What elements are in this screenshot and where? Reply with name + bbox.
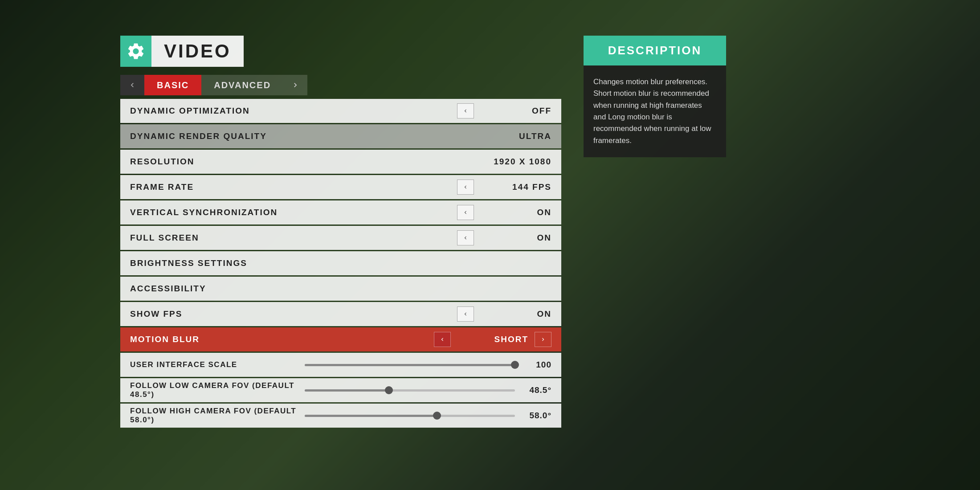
arrow-left-icon xyxy=(462,235,469,241)
arrow-left-icon xyxy=(439,336,445,343)
arrow-left-motion-blur[interactable] xyxy=(434,332,451,347)
setting-row-brightness: BRIGHTNESS SETTINGS xyxy=(120,251,561,275)
label-resolution: RESOLUTION xyxy=(130,157,480,167)
label-vertical-sync: VERTICAL SYNCHRONIZATION xyxy=(130,208,457,217)
chevron-left-icon xyxy=(128,81,137,90)
value-show-fps: ON xyxy=(480,309,551,319)
setting-row-show-fps: SHOW FPS ON xyxy=(120,302,561,326)
slider-track-follow-high-fov[interactable] xyxy=(305,415,515,417)
label-follow-low-fov: FOLLOW LOW CAMERA FOV (DEFAULT 48.5°) xyxy=(130,381,299,399)
value-dynamic-optimization: OFF xyxy=(480,106,551,116)
label-motion-blur: MOTION BLUR xyxy=(130,335,434,344)
setting-row-follow-high-fov: FOLLOW HIGH CAMERA FOV (DEFAULT 58.0°) 5… xyxy=(120,404,561,428)
setting-row-motion-blur: MOTION BLUR SHORT xyxy=(120,327,561,351)
value-ui-scale: 100 xyxy=(520,360,551,370)
label-frame-rate: FRAME RATE xyxy=(130,182,457,192)
value-follow-low-fov: 48.5° xyxy=(520,385,551,395)
setting-row-follow-low-fov: FOLLOW LOW CAMERA FOV (DEFAULT 48.5°) 48… xyxy=(120,378,561,402)
slider-track-ui-scale[interactable] xyxy=(305,364,515,366)
value-frame-rate: 144 FPS xyxy=(480,182,551,192)
label-brightness: BRIGHTNESS SETTINGS xyxy=(130,258,551,268)
setting-row-frame-rate: FRAME RATE 144 FPS xyxy=(120,175,561,199)
arrow-left-icon xyxy=(462,184,469,190)
setting-row-resolution: RESOLUTION 1920 X 1080 xyxy=(120,150,561,174)
label-full-screen: FULL SCREEN xyxy=(130,233,457,243)
setting-row-dynamic-render-quality: DYNAMIC RENDER QUALITY ULTRA xyxy=(120,124,561,148)
arrow-left-full-screen[interactable] xyxy=(457,230,474,245)
title-box: VIDEO xyxy=(151,36,244,67)
setting-row-ui-scale: USER INTERFACE SCALE 100 xyxy=(120,353,561,377)
arrow-left-dynamic-optimization[interactable] xyxy=(457,103,474,118)
arrow-left-vertical-sync[interactable] xyxy=(457,205,474,220)
setting-row-full-screen: FULL SCREEN ON xyxy=(120,226,561,250)
arrow-right-icon xyxy=(540,336,546,343)
setting-row-vertical-sync: VERTICAL SYNCHRONIZATION ON xyxy=(120,200,561,225)
slider-track-follow-low-fov[interactable] xyxy=(305,389,515,392)
value-motion-blur: SHORT xyxy=(457,335,528,344)
arrow-left-frame-rate[interactable] xyxy=(457,180,474,195)
header: VIDEO xyxy=(120,36,561,67)
tab-prev-button[interactable] xyxy=(120,75,144,95)
arrow-left-icon xyxy=(462,108,469,114)
slider-fill-ui-scale xyxy=(305,364,515,366)
value-vertical-sync: ON xyxy=(480,208,551,217)
settings-container: VIDEO BASIC ADVANCED DYNAMIC OPTIMIZATIO… xyxy=(120,36,561,428)
label-dynamic-render-quality: DYNAMIC RENDER QUALITY xyxy=(130,131,480,141)
page-title: VIDEO xyxy=(164,41,231,62)
description-panel: DESCRIPTION Changes motion blur preferen… xyxy=(584,36,726,157)
value-full-screen: ON xyxy=(480,233,551,243)
slider-fill-follow-high-fov xyxy=(305,415,437,417)
arrow-left-show-fps[interactable] xyxy=(457,306,474,322)
gear-icon-box xyxy=(120,36,151,67)
arrow-left-icon xyxy=(462,311,469,317)
settings-list: DYNAMIC OPTIMIZATION OFF DYNAMIC RENDER … xyxy=(120,99,561,428)
label-dynamic-optimization: DYNAMIC OPTIMIZATION xyxy=(130,106,457,116)
tab-basic[interactable]: BASIC xyxy=(144,75,201,95)
description-title: DESCRIPTION xyxy=(608,44,702,57)
chevron-right-icon xyxy=(291,81,300,90)
gear-icon xyxy=(126,41,146,61)
tab-advanced[interactable]: ADVANCED xyxy=(201,75,283,95)
slider-thumb-follow-low-fov[interactable] xyxy=(385,386,393,394)
arrow-right-motion-blur[interactable] xyxy=(535,332,551,347)
label-follow-high-fov: FOLLOW HIGH CAMERA FOV (DEFAULT 58.0°) xyxy=(130,407,299,425)
label-accessibility: ACCESSIBILITY xyxy=(130,284,551,294)
value-resolution: 1920 X 1080 xyxy=(480,157,551,167)
label-ui-scale: USER INTERFACE SCALE xyxy=(130,360,299,369)
arrow-left-icon xyxy=(462,209,469,216)
label-show-fps: SHOW FPS xyxy=(130,309,457,319)
setting-row-dynamic-optimization: DYNAMIC OPTIMIZATION OFF xyxy=(120,99,561,123)
tab-next-button[interactable] xyxy=(283,75,307,95)
description-header: DESCRIPTION xyxy=(584,36,726,65)
description-body: Changes motion blur preferences. Short m… xyxy=(584,65,726,157)
slider-thumb-ui-scale[interactable] xyxy=(511,361,519,369)
description-text: Changes motion blur preferences. Short m… xyxy=(593,76,716,147)
slider-fill-follow-low-fov xyxy=(305,389,389,392)
value-follow-high-fov: 58.0° xyxy=(520,411,551,421)
value-dynamic-render-quality: ULTRA xyxy=(480,131,551,141)
slider-thumb-follow-high-fov[interactable] xyxy=(433,412,441,420)
tab-bar: BASIC ADVANCED xyxy=(120,75,561,95)
setting-row-accessibility: ACCESSIBILITY xyxy=(120,277,561,301)
